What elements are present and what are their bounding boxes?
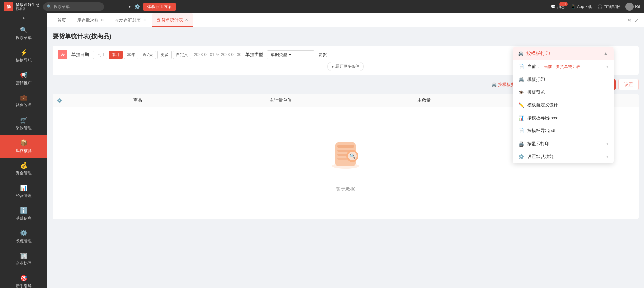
date-btn-this-month[interactable]: 本月 — [109, 51, 123, 59]
table-col-quantity: 主数量 — [352, 97, 496, 103]
tab-batch-close[interactable]: ✕ — [101, 18, 104, 22]
display-print-icon: 🖨️ — [518, 141, 524, 147]
print-header-icon: 🖨️ — [518, 51, 524, 56]
sidebar: ▲ 🔍 搜索菜单 ⚡ 快捷导航 📢 营销推广 💼 销售管理 🛒 采购管理 📦 库… — [0, 13, 47, 288]
filter-expand-button[interactable]: ≫ — [58, 50, 67, 59]
scroll-up-icon[interactable]: ▲ — [22, 15, 26, 20]
sidebar-item-finance[interactable]: 💰 资金管理 — [0, 158, 47, 180]
tab-goods-stats[interactable]: 要货单统计表 ✕ — [152, 13, 193, 27]
print-current-item[interactable]: 📄 当前： 当前：要货单统计表 ▾ — [513, 60, 614, 73]
marketing-icon: 📢 — [20, 71, 27, 79]
print-current-value: 当前：要货单统计表 — [544, 64, 580, 70]
sidebar-item-enterprise[interactable]: 🏢 企业协同 — [0, 248, 47, 270]
sidebar-item-quick[interactable]: ⚡ 快捷导航 — [0, 45, 47, 67]
enterprise-icon: 🏢 — [20, 252, 27, 259]
tab-maximize-icon[interactable]: ⤢ — [634, 17, 639, 23]
top-search[interactable]: 🔍 搜索菜单 — [43, 2, 104, 11]
date-btn-7days[interactable]: 近7天 — [140, 51, 156, 59]
print-dropdown-panel: 🖨️ 按模板打印 ▲ 📄 当前： 当前：要货单统计表 ▾ 🖨️ 模板打印 👁️ … — [513, 47, 614, 163]
settings-button[interactable]: 设置 — [618, 79, 639, 90]
sidebar-item-guide[interactable]: 🎯 新手引导 — [0, 270, 47, 288]
sidebar-label-enterprise: 企业协同 — [16, 261, 32, 266]
sidebar-label-search: 搜索菜单 — [16, 35, 32, 41]
date-btn-more[interactable]: 更多 — [157, 51, 172, 59]
trial-button[interactable]: 体验行业方案 — [143, 3, 176, 11]
table-col-settings[interactable]: ⚙️ — [53, 98, 66, 103]
empty-text: 暂无数据 — [336, 186, 355, 192]
template-pdf-icon: 📄 — [518, 128, 524, 134]
nav-dropdown[interactable]: ▾ — [107, 4, 131, 9]
sidebar-item-marketing[interactable]: 📢 营销推广 — [0, 67, 47, 90]
tab-goods-stats-label: 要货单统计表 — [157, 17, 183, 23]
expand-more-button[interactable]: ▾ 展开更多条件 — [327, 62, 364, 71]
tab-goods-stats-close[interactable]: ✕ — [185, 18, 188, 22]
set-default-arrow: ▾ — [606, 154, 608, 159]
message-icon: 💬 — [551, 4, 556, 9]
logo-text: 畅康通好生意 标准版 — [16, 2, 40, 11]
sidebar-item-sales[interactable]: 💼 销售管理 — [0, 90, 47, 113]
order-type-placeholder: 单据类型 — [271, 52, 287, 58]
print-dropdown-close-icon[interactable]: ▲ — [603, 51, 608, 57]
order-type-filter-label: 单据类型 — [245, 52, 263, 58]
top-bar: 畅 畅康通好生意 标准版 🔍 搜索菜单 ▾ ⚙️ 体验行业方案 💬 消息 99+… — [0, 0, 644, 13]
template-pdf-label: 按模板导出pdf — [527, 128, 555, 134]
sidebar-item-operations[interactable]: 📊 经营管理 — [0, 180, 47, 203]
tab-receipts[interactable]: 收发存汇总表 ✕ — [110, 13, 151, 27]
print-template-excel-item[interactable]: 📊 按模板导出excel — [513, 111, 614, 124]
messages-item[interactable]: 💬 消息 99+ — [551, 4, 565, 10]
table-col-unit: 主计量单位 — [209, 97, 353, 103]
sidebar-scroll-up[interactable]: ▲ — [0, 13, 47, 22]
page-title: 要货单统计表(按商品) — [53, 32, 639, 40]
tab-bar-actions: ✕ ⤢ — [627, 17, 639, 23]
set-default-item[interactable]: ⚙️ 设置默认功能 ▾ — [513, 150, 614, 163]
print-template-pdf-item[interactable]: 📄 按模板导出pdf — [513, 124, 614, 137]
search-nav-icon: 🔍 — [20, 26, 27, 34]
tab-batch-label: 库存批次账 — [77, 17, 99, 23]
sidebar-label-inventory: 库存核算 — [16, 148, 32, 154]
print-template-preview-item[interactable]: 👁️ 模板预览 — [513, 86, 614, 99]
tab-batch[interactable]: 库存批次账 ✕ — [72, 13, 109, 27]
display-print-item[interactable]: 🖨️ 按显示打印 ▾ — [513, 137, 614, 150]
avatar-image — [625, 3, 634, 11]
date-btn-custom[interactable]: 自定义 — [173, 51, 191, 59]
date-btn-this-year[interactable]: 本年 — [124, 51, 138, 59]
user-avatar[interactable]: Rit — [625, 3, 640, 11]
table-col-goods: 商品 — [66, 97, 209, 103]
print-template-design-item[interactable]: ✏️ 模板自定义设计 — [513, 99, 614, 111]
print-template-print-item[interactable]: 🖨️ 模板打印 — [513, 73, 614, 86]
logo-sub: 标准版 — [16, 7, 40, 11]
chevron-down-icon: ▾ — [129, 4, 131, 9]
tab-bar: 首页 库存批次账 ✕ 收发存汇总表 ✕ 要货单统计表 ✕ ✕ ⤢ — [47, 13, 644, 27]
messages-badge: 99+ — [559, 2, 568, 6]
tab-close-all-icon[interactable]: ✕ — [627, 17, 632, 23]
sidebar-label-purchase: 采购管理 — [16, 125, 32, 131]
expand-icon: ≫ — [60, 52, 65, 57]
goods-filter-label: 要货 — [318, 52, 327, 58]
tab-receipts-close[interactable]: ✕ — [143, 18, 146, 22]
date-btn-last-month[interactable]: 上月 — [93, 51, 107, 59]
purchase-icon: 🛒 — [20, 117, 27, 124]
sidebar-label-guide: 新手引导 — [16, 283, 32, 288]
sidebar-item-basic[interactable]: ℹ️ 基础信息 — [0, 203, 47, 225]
sidebar-item-search[interactable]: 🔍 搜索菜单 — [0, 22, 47, 45]
download-icon: 📱 — [570, 4, 576, 9]
tab-home[interactable]: 首页 — [53, 13, 71, 27]
order-type-select[interactable]: 单据类型 ▾ — [267, 50, 314, 59]
sidebar-item-purchase[interactable]: 🛒 采购管理 — [0, 113, 47, 135]
template-print-label: 模板打印 — [527, 76, 545, 83]
template-design-label: 模板自定义设计 — [527, 102, 558, 108]
sidebar-item-inventory[interactable]: 📦 库存核算 — [0, 135, 47, 158]
app-logo: 畅 畅康通好生意 标准版 — [4, 2, 40, 11]
app-download-item[interactable]: 📱 App下载 — [570, 4, 592, 10]
order-type-select-box[interactable]: 单据类型 ▾ — [267, 50, 314, 59]
sidebar-item-system[interactable]: ⚙️ 系统管理 — [0, 225, 47, 248]
empty-svg-icon: 🔍 — [325, 134, 366, 174]
search-icon: 🔍 — [47, 4, 52, 9]
gear-icon[interactable]: ⚙️ — [134, 4, 140, 9]
empty-illustration: 🔍 — [325, 134, 366, 181]
operations-icon: 📊 — [20, 184, 27, 192]
template-excel-icon: 📊 — [518, 115, 524, 121]
sidebar-label-basic: 基础信息 — [16, 216, 32, 221]
svg-rect-5 — [337, 158, 347, 160]
online-service-item[interactable]: 🎧 在线客服 — [597, 4, 620, 10]
